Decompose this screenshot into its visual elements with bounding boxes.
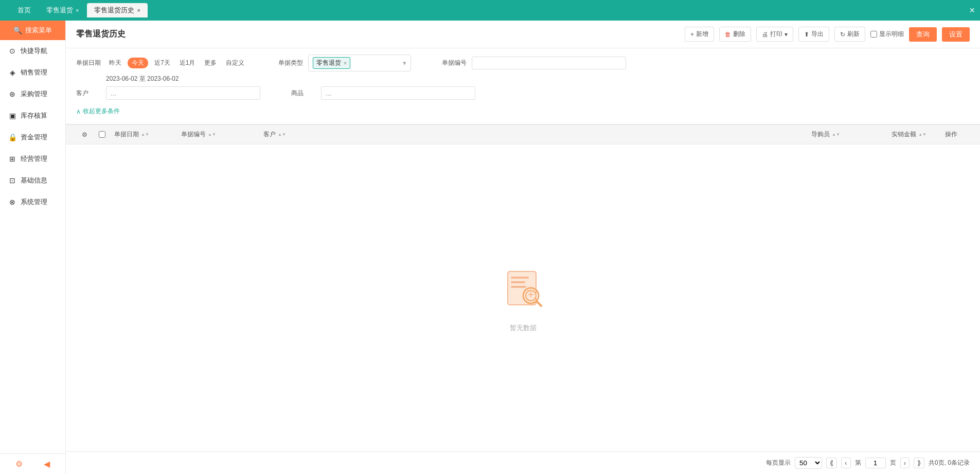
th-amount-sort: ▲▼ — [918, 133, 926, 137]
customer-select[interactable]: ... — [106, 86, 260, 100]
export-label: 导出 — [811, 30, 824, 39]
sidebar-search-label: 搜索菜单 — [25, 26, 52, 35]
print-button[interactable]: 🖨 打印 ▾ — [756, 27, 793, 42]
delete-icon: 🗑 — [725, 31, 731, 38]
sidebar-item-sales-mgmt[interactable]: ◈ 销售管理 — [0, 62, 65, 83]
th-guide[interactable]: 导购员 ▲▼ — [807, 125, 869, 144]
header-actions: + 新增 🗑 删除 🖨 打印 ▾ ⬆ 导出 ↻ 刷新 — [685, 27, 970, 42]
sidebar-item-basic-info[interactable]: ⊡ 基础信息 — [0, 170, 65, 191]
date-btn-1month[interactable]: 近1月 — [176, 58, 199, 68]
th-customer-label: 客户 — [263, 130, 276, 139]
goods-placeholder: ... — [326, 89, 332, 97]
sidebar-item-purchase-mgmt[interactable]: ⊛ 采购管理 — [0, 83, 65, 105]
table-settings-icon[interactable]: ⚙ — [82, 131, 87, 138]
sidebar-item-operations[interactable]: ⊞ 经营管理 — [0, 148, 65, 170]
date-btn-7days[interactable]: 近7天 — [151, 58, 173, 68]
page-number-input[interactable] — [865, 458, 886, 468]
sidebar-item-quick-nav-label: 快捷导航 — [21, 46, 47, 56]
refresh-icon: ↻ — [840, 31, 845, 38]
sidebar: 🔍 搜索菜单 ⊙ 快捷导航 ◈ 销售管理 ⊛ 采购管理 ▣ 库存核算 🔒 资金 — [0, 21, 66, 474]
refresh-label: 刷新 — [847, 30, 860, 39]
top-bar: 首页 零售退货 × 零售退货历史 × × — [0, 0, 980, 21]
collapse-button[interactable]: ∧ 收起更多条件 — [76, 107, 970, 116]
th-action: 操作 — [931, 125, 972, 144]
date-range-display: 2023-06-02 至 2023-06-02 — [106, 75, 179, 83]
print-label: 打印 — [770, 30, 782, 39]
collapse-label: 收起更多条件 — [83, 107, 120, 116]
pagination: 每页显示 50 100 200 ⟪ ‹ 第 页 › ⟫ 共0页, 0条记录 — [66, 451, 980, 474]
tab-home[interactable]: 首页 — [10, 3, 38, 17]
date-btn-custom[interactable]: 自定义 — [223, 58, 247, 68]
tab-retail-return[interactable]: 零售退货 × — [39, 3, 86, 17]
date-btn-yesterday[interactable]: 昨天 — [106, 58, 124, 68]
svg-rect-3 — [511, 286, 526, 288]
refresh-button[interactable]: ↻ 刷新 — [834, 27, 865, 42]
first-page-button[interactable]: ⟪ — [826, 458, 837, 468]
show-details-checkbox[interactable] — [870, 31, 877, 38]
doc-type-select[interactable]: 零售退货 × ▾ — [308, 54, 411, 71]
select-all-checkbox[interactable] — [99, 131, 105, 138]
next-page-button[interactable]: › — [900, 458, 910, 468]
th-num-label: 单据编号 — [181, 130, 206, 139]
th-amount-label: 实销金额 — [892, 130, 916, 139]
tab-bar: 首页 零售退货 × 零售退货历史 × — [10, 3, 969, 17]
settings-button[interactable]: 设置 — [942, 27, 970, 42]
sales-mgmt-icon: ◈ — [8, 68, 16, 77]
operations-icon: ⊞ — [8, 155, 16, 163]
window-close-button[interactable]: × — [969, 5, 975, 16]
tab-retail-return-history-close[interactable]: × — [137, 7, 140, 13]
sidebar-item-finance-label: 资金管理 — [21, 133, 47, 142]
tab-home-label: 首页 — [17, 6, 31, 15]
tab-retail-return-label: 零售退货 — [46, 6, 73, 15]
search-icon: 🔍 — [13, 26, 22, 34]
settings-icon[interactable]: ⚙ — [15, 459, 23, 469]
inventory-icon: ▣ — [8, 112, 16, 120]
tab-retail-return-close[interactable]: × — [76, 7, 79, 13]
page-size-select[interactable]: 50 100 200 — [795, 457, 822, 469]
doc-type-label: 单据类型 — [278, 59, 304, 67]
th-checkbox[interactable] — [95, 126, 110, 143]
doc-type-filter-item: 单据类型 零售退货 × ▾ — [278, 54, 411, 71]
empty-icon — [497, 264, 549, 315]
print-icon: 🖨 — [762, 31, 768, 38]
date-filter-item: 单据日期 昨天 今天 近7天 近1月 更多 自定义 — [76, 58, 247, 68]
prev-page-button[interactable]: ‹ — [841, 458, 850, 468]
show-details-label: 显示明细 — [879, 30, 904, 39]
sidebar-item-quick-nav[interactable]: ⊙ 快捷导航 — [0, 40, 65, 62]
date-btn-more[interactable]: 更多 — [201, 58, 220, 68]
sidebar-search[interactable]: 🔍 搜索菜单 — [0, 21, 65, 40]
main-layout: 🔍 搜索菜单 ⊙ 快捷导航 ◈ 销售管理 ⊛ 采购管理 ▣ 库存核算 🔒 资金 — [0, 21, 980, 474]
sidebar-item-system-mgmt-label: 系统管理 — [21, 197, 47, 207]
goods-filter-item: 商品 ... — [291, 86, 475, 100]
doc-num-input[interactable] — [472, 57, 626, 69]
svg-line-6 — [537, 301, 541, 306]
export-button[interactable]: ⬆ 导出 — [798, 27, 829, 42]
finance-icon: 🔒 — [8, 133, 16, 141]
sidebar-item-inventory[interactable]: ▣ 库存核算 — [0, 105, 65, 126]
delete-button[interactable]: 🗑 删除 — [719, 27, 751, 42]
th-num[interactable]: 单据编号 ▲▼ — [177, 125, 259, 144]
svg-rect-2 — [511, 281, 525, 283]
th-amount[interactable]: 实销金额 ▲▼ — [869, 125, 931, 144]
last-page-button[interactable]: ⟫ — [914, 458, 924, 468]
th-customer[interactable]: 客户 ▲▼ — [259, 125, 807, 144]
sidebar-item-system-mgmt[interactable]: ⊗ 系统管理 — [0, 191, 65, 213]
empty-state: 暂无数据 — [66, 144, 980, 451]
th-customer-sort: ▲▼ — [278, 133, 286, 137]
sidebar-nav: ⊙ 快捷导航 ◈ 销售管理 ⊛ 采购管理 ▣ 库存核算 🔒 资金管理 ⊞ 经营管… — [0, 40, 65, 453]
new-button[interactable]: + 新增 — [685, 27, 714, 42]
sidebar-item-purchase-mgmt-label: 采购管理 — [21, 89, 47, 99]
tab-retail-return-history[interactable]: 零售退货历史 × — [87, 3, 147, 17]
th-settings[interactable]: ⚙ — [74, 126, 95, 143]
query-button[interactable]: 查询 — [909, 27, 937, 42]
show-details-checkbox-label[interactable]: 显示明细 — [870, 30, 904, 39]
customer-filter-item: 客户 ... — [76, 86, 260, 100]
th-date[interactable]: 单据日期 ▲▼ — [110, 125, 177, 144]
goods-select[interactable]: ... — [321, 86, 475, 100]
date-filter-label: 单据日期 — [76, 59, 102, 67]
date-btn-today[interactable]: 今天 — [128, 58, 148, 68]
th-guide-label: 导购员 — [811, 130, 830, 139]
collapse-sidebar-icon[interactable]: ◀ — [44, 459, 50, 469]
doc-type-tag-remove[interactable]: × — [343, 60, 347, 67]
sidebar-item-finance[interactable]: 🔒 资金管理 — [0, 126, 65, 148]
